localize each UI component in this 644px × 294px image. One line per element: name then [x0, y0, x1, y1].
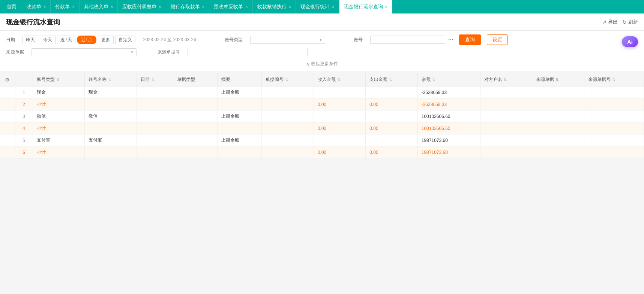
cell-source_doc: [532, 86, 584, 98]
cell-doc_num: [262, 86, 314, 98]
collapse-label: 收起更多条件: [311, 61, 338, 67]
cell-doc_num: [262, 98, 314, 110]
nav-tab-6[interactable]: 收款核销执行 ×: [253, 0, 296, 13]
cell-doc_type: [173, 122, 218, 134]
close-tab-7-icon[interactable]: ×: [332, 4, 334, 9]
filter-row-2: 来源单据 ▾ 来源单据号: [6, 48, 638, 56]
today-btn[interactable]: 今天: [40, 36, 56, 44]
nav-tab-8[interactable]: 现金银行流水查询 ×: [339, 0, 392, 13]
export-button[interactable]: ↗ 导出: [602, 19, 618, 25]
th-account-type[interactable]: 账号类型⇅: [33, 73, 85, 86]
date-range: 2023-02-24 至 2023-03-24: [143, 37, 196, 43]
account-dots-button[interactable]: ···: [448, 36, 453, 43]
cell-summary: 上期余额: [218, 110, 262, 122]
th-source-doc[interactable]: 来源单据⇅: [532, 73, 584, 86]
source-doc-num-input[interactable]: [188, 48, 308, 56]
cell-account_type: 现金: [33, 86, 85, 98]
cell-counterparty: [480, 134, 532, 146]
table-body: 1现金现金上期余额-3528659.332小计0.000.00-3528659.…: [0, 86, 644, 158]
nav-tab-4[interactable]: 银行存取款单 ×: [166, 0, 209, 13]
table-row[interactable]: 3微信微信上期余额100102606.60: [0, 110, 644, 122]
close-tab-8-icon[interactable]: ×: [385, 4, 387, 9]
th-date[interactable]: 日期⇅: [137, 73, 173, 86]
nav-tab-0[interactable]: 收款单 ×: [22, 0, 51, 13]
table-row[interactable]: 4小计0.000.00100102606.60: [0, 122, 644, 134]
source-doc-select[interactable]: ▾: [32, 48, 137, 56]
th-source-doc-num[interactable]: 来源单据号⇅: [584, 73, 644, 86]
cell-source_doc: [532, 110, 584, 122]
cell-doc_type: [173, 134, 218, 146]
close-tab-1-icon[interactable]: ×: [72, 4, 74, 9]
yesterday-btn[interactable]: 昨天: [23, 36, 38, 44]
th-gear[interactable]: ⚙: [0, 73, 15, 86]
cell-doc_type: [173, 146, 218, 158]
cell-summary: [218, 122, 262, 134]
cell-date: [137, 122, 173, 134]
close-tab-2-icon[interactable]: ×: [111, 4, 113, 9]
table-row[interactable]: 2小计0.000.00-3528659.33: [0, 98, 644, 110]
source-doc-chevron-icon: ▾: [131, 50, 133, 55]
week-btn[interactable]: 近7天: [57, 36, 75, 44]
cell-balance: 19871073.60: [417, 146, 480, 158]
cell-source_doc_num: [584, 134, 644, 146]
cell-gear: [0, 146, 15, 158]
cell-source_doc: [532, 134, 584, 146]
table-row[interactable]: 5支付宝支付宝上期余额19871073.60: [0, 134, 644, 146]
account-type-select[interactable]: ▾: [250, 36, 325, 44]
query-button[interactable]: 查询: [459, 34, 481, 45]
sort-counterparty-icon: ⇅: [504, 78, 507, 82]
close-tab-5-icon[interactable]: ×: [245, 4, 248, 9]
cell-income: [314, 86, 366, 98]
nav-tab-2[interactable]: 其他收入单 ×: [80, 0, 118, 13]
nav-home[interactable]: 首页: [2, 0, 22, 13]
table-row[interactable]: 1现金现金上期余额-3528659.33: [0, 86, 644, 98]
close-tab-4-icon[interactable]: ×: [202, 4, 204, 9]
ai-badge[interactable]: Ai: [622, 36, 638, 47]
settings-button[interactable]: 设置: [487, 34, 508, 45]
th-counterparty[interactable]: 对方户名⇅: [480, 73, 532, 86]
cell-num: 4: [15, 122, 33, 134]
close-tab-6-icon[interactable]: ×: [289, 4, 291, 9]
cell-account_type: 微信: [33, 110, 85, 122]
account-input[interactable]: [370, 36, 445, 44]
cell-source_doc: [532, 122, 584, 134]
collapse-bar[interactable]: ∧ 收起更多条件: [6, 59, 638, 67]
th-doc-num[interactable]: 单据编号⇅: [262, 73, 314, 86]
page-header: 现金银行流水查询 ↗ 导出 ↻ 刷新: [0, 13, 644, 31]
nav-tab-7[interactable]: 现金银行统计 ×: [296, 0, 339, 13]
cell-balance: -3528659.33: [417, 98, 480, 110]
table-row[interactable]: 6小计0.000.0019871073.60: [0, 146, 644, 158]
cell-num: 2: [15, 98, 33, 110]
cell-date: [137, 110, 173, 122]
th-expense[interactable]: 支出金额⇅: [366, 73, 418, 86]
cell-source_doc_num: [584, 86, 644, 98]
th-income[interactable]: 收入金额⇅: [314, 73, 366, 86]
close-tab-3-icon[interactable]: ×: [159, 4, 161, 9]
source-doc-num-label: 来源单据号: [158, 49, 180, 55]
th-account-name[interactable]: 账号名称⇅: [85, 73, 137, 86]
sort-balance-icon: ⇅: [432, 78, 435, 82]
th-balance[interactable]: 余额⇅: [417, 73, 480, 86]
cell-gear: [0, 122, 15, 134]
settings-gear-icon[interactable]: ⚙: [5, 77, 10, 83]
cell-source_doc_num: [584, 122, 644, 134]
table-header-row: ⚙ 账号类型⇅ 账号名称⇅ 日期⇅ 单据类型 摘要 单据编号⇅ 收入金额⇅ 支出…: [0, 73, 644, 86]
nav-tab-3[interactable]: 应收应付调整单 ×: [118, 0, 166, 13]
cell-expense: [366, 134, 418, 146]
sort-date-icon: ⇅: [151, 78, 154, 82]
refresh-button[interactable]: ↻ 刷新: [622, 19, 638, 25]
cell-account_name: [85, 122, 137, 134]
cell-doc_num: [262, 146, 314, 158]
cell-income: 0.00: [314, 146, 366, 158]
close-tab-0-icon[interactable]: ×: [44, 4, 46, 9]
custom-btn[interactable]: 自定义: [115, 36, 135, 44]
cell-expense: 0.00: [366, 122, 418, 134]
month1-btn[interactable]: 近1月: [77, 36, 97, 44]
cell-gear: [0, 86, 15, 98]
cell-expense: 0.00: [366, 146, 418, 158]
more-btn[interactable]: 更多: [98, 36, 114, 44]
cell-doc_type: [173, 98, 218, 110]
nav-tab-1[interactable]: 付款单 ×: [51, 0, 79, 13]
cell-balance: 100102606.60: [417, 122, 480, 134]
nav-tab-5[interactable]: 预收冲应收单 ×: [209, 0, 252, 13]
